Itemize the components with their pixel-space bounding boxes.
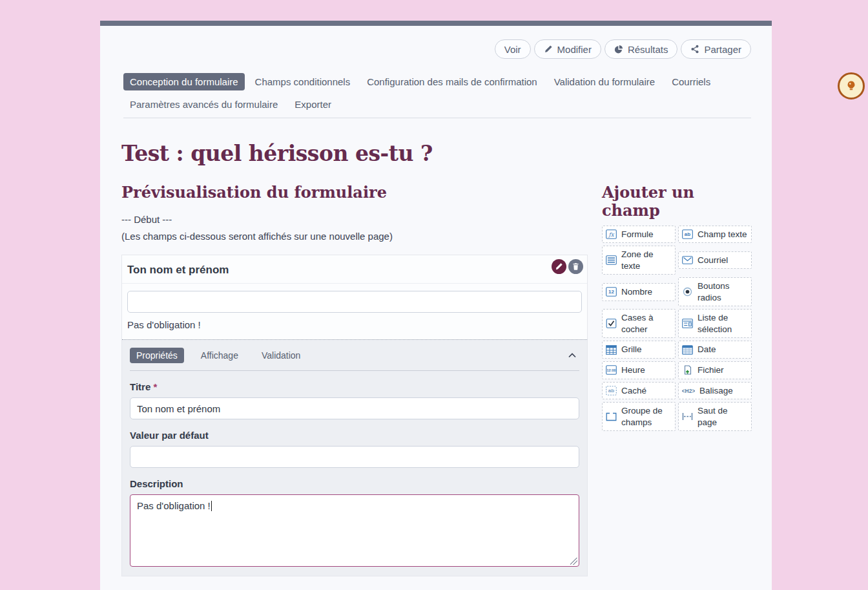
add-grid-button[interactable]: Grille: [602, 341, 676, 359]
add-select-list-button[interactable]: Liste de sélection: [678, 309, 752, 338]
field-help-text: Pas d'obligation !: [127, 319, 582, 330]
tab-validation[interactable]: Validation: [255, 348, 307, 363]
field-card-name: Ton nom et prénom Pas d'obligation !: [121, 255, 588, 576]
email-icon: [682, 255, 693, 265]
add-number-button[interactable]: 12 Nombre: [602, 283, 676, 301]
add-fieldset-button[interactable]: Groupe de champs: [602, 402, 676, 431]
add-markup-button[interactable]: <H2> Balisage: [678, 382, 752, 400]
svg-text:12: 12: [608, 290, 614, 295]
add-radios-button[interactable]: Boutons radios: [678, 277, 752, 306]
formula-icon: ƒx: [606, 229, 617, 239]
title-field-label: Titre *: [130, 381, 579, 392]
tab-display[interactable]: Affichage: [194, 348, 245, 363]
tab-export[interactable]: Exporter: [288, 96, 338, 113]
svg-text:ƒx: ƒx: [608, 231, 615, 237]
edit-button-label: Modifier: [557, 44, 592, 55]
tab-emails[interactable]: Courriels: [665, 73, 717, 90]
form-preview-column: Prévisualisation du formulaire --- Début…: [121, 184, 588, 590]
grid-icon: [606, 345, 617, 355]
panel-divider: [130, 370, 579, 371]
markup-icon: <H2>: [682, 386, 695, 395]
add-hidden-button[interactable]: ab Caché: [602, 382, 676, 400]
field-edit-button[interactable]: [552, 259, 566, 274]
field-card-body: Pas d'obligation !: [122, 284, 587, 339]
field-actions: [552, 259, 583, 274]
text-caret: [211, 501, 212, 511]
tab-confirmation-emails[interactable]: Configuration des mails de confirmation: [360, 73, 543, 90]
tab-conditional-fields[interactable]: Champs conditionnels: [249, 73, 357, 90]
hidden-icon: ab: [606, 386, 617, 395]
time-icon: 12:00: [606, 365, 617, 375]
help-tips-button[interactable]: [838, 72, 865, 100]
add-formula-button[interactable]: ƒx Formule: [602, 226, 676, 244]
tab-properties[interactable]: Propriétés: [130, 348, 184, 363]
required-mark: *: [153, 381, 157, 392]
chevron-up-icon: [568, 352, 577, 358]
add-date-button[interactable]: Date: [678, 341, 752, 359]
view-button-label: Voir: [504, 44, 521, 55]
field-editor-tabs: Propriétés Affichage Validation: [130, 348, 579, 363]
description-textarea[interactable]: Pas d'obligation !: [130, 494, 579, 567]
number-icon: 12: [606, 287, 617, 297]
tabs-divider: [123, 118, 751, 118]
svg-text:ab: ab: [608, 388, 614, 394]
tab-form-validation[interactable]: Validation du formulaire: [548, 73, 661, 90]
add-textarea-button[interactable]: Zone de texte: [602, 246, 676, 275]
field-delete-button[interactable]: [568, 259, 583, 274]
page-title: Test : quel hérisson es-tu ?: [121, 141, 772, 166]
date-icon: [682, 345, 693, 355]
edit-button[interactable]: Modifier: [534, 39, 601, 59]
file-icon: [682, 365, 693, 375]
pencil-icon: [544, 45, 553, 54]
add-file-button[interactable]: Fichier: [678, 361, 752, 379]
view-toolbar: Voir Modifier Résultats Partager: [100, 39, 751, 59]
preview-heading: Prévisualisation du formulaire: [121, 184, 588, 202]
results-button[interactable]: Résultats: [604, 39, 678, 59]
textfield-icon: ab: [682, 229, 693, 239]
field-title: Ton nom et prénom: [127, 264, 229, 276]
svg-text:ab: ab: [685, 231, 690, 237]
add-field-sidebar: Ajouter un champ ƒx Formule ab Champ tex…: [602, 184, 750, 431]
add-checkboxes-button[interactable]: Cases à cocher: [602, 309, 676, 338]
default-value-label: Valeur par défaut: [130, 430, 579, 441]
description-label: Description: [130, 478, 579, 489]
share-button-label: Partager: [704, 44, 741, 55]
field-preview-input[interactable]: [127, 291, 582, 313]
view-button[interactable]: Voir: [495, 39, 531, 59]
share-icon: [690, 45, 699, 54]
fieldset-icon: [606, 412, 617, 421]
page-break-icon: [682, 412, 693, 421]
lightbulb-icon: [845, 80, 858, 92]
field-card-header: Ton nom et prénom: [122, 255, 587, 284]
pie-chart-icon: [614, 45, 623, 54]
add-time-button[interactable]: 12:00 Heure: [602, 361, 676, 379]
results-button-label: Résultats: [628, 44, 668, 55]
page-break-start-label: --- Début ---: [121, 214, 588, 225]
share-button[interactable]: Partager: [681, 39, 751, 59]
svg-text:12:00: 12:00: [607, 368, 616, 372]
svg-text:<H2>: <H2>: [682, 388, 695, 394]
pencil-icon: [555, 262, 563, 271]
description-text: Pas d'obligation !: [137, 500, 211, 511]
add-page-break-button[interactable]: Saut de page: [678, 402, 752, 431]
add-field-grid: ƒx Formule ab Champ texte Zone de texte …: [602, 226, 750, 432]
add-field-heading: Ajouter un champ: [602, 184, 750, 220]
tab-form-design[interactable]: Conception du formulaire: [123, 73, 245, 90]
page-break-note: (Les champs ci-dessous seront affichés s…: [121, 231, 588, 242]
tab-advanced-settings[interactable]: Paramètres avancés du formulaire: [123, 96, 284, 113]
add-textfield-button[interactable]: ab Champ texte: [678, 226, 752, 244]
collapse-panel-button[interactable]: [566, 349, 578, 361]
main-content-card: Voir Modifier Résultats Partager Concept…: [100, 21, 772, 590]
trash-icon: [572, 262, 580, 271]
radio-buttons-icon: [682, 287, 693, 297]
field-properties-panel: Propriétés Affichage Validation Titre *: [122, 339, 587, 576]
textarea-icon: [606, 255, 617, 265]
checkboxes-icon: [606, 319, 617, 328]
title-input[interactable]: [130, 397, 579, 419]
select-list-icon: [682, 319, 693, 328]
default-value-input[interactable]: [130, 446, 579, 468]
form-admin-tabs: Conception du formulaire Champs conditio…: [123, 73, 746, 113]
add-email-button[interactable]: Courriel: [678, 251, 752, 269]
resize-grip[interactable]: [570, 558, 577, 565]
